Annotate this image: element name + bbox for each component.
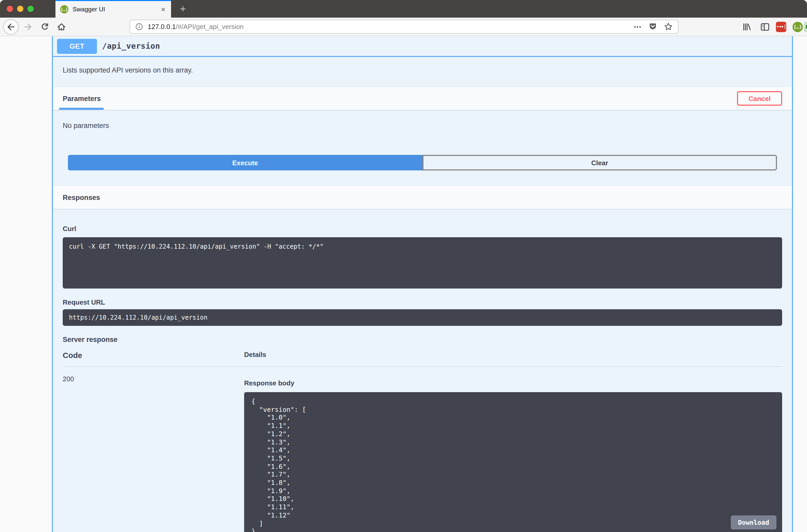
forward-button[interactable] (24, 22, 32, 31)
request-url-value: https://10.224.112.10/api/api_version (63, 309, 782, 326)
reload-button[interactable] (40, 22, 49, 31)
curl-command-block: curl -X GET "https://10.224.112.10/api/a… (63, 237, 782, 288)
code-column-header: Code (63, 351, 244, 360)
back-button[interactable] (3, 19, 19, 35)
download-button[interactable]: Download (731, 515, 776, 529)
navigation-toolbar: 127.0.0.1/#/API/get_api_version (0, 18, 807, 36)
endpoint-description: Lists supported API versions on this arr… (53, 57, 792, 87)
browser-tab-swagger-ui[interactable]: {…} Swagger UI × (55, 0, 171, 18)
browser-window: {…} Swagger UI × + (0, 0, 807, 532)
execute-row: Execute Clear (53, 140, 792, 186)
reload-icon (40, 22, 49, 31)
tab-title: Swagger UI (73, 6, 160, 13)
close-window-button[interactable] (7, 6, 13, 12)
endpoint-path: /api_version (102, 41, 160, 51)
request-url-label: Request URL (63, 298, 782, 306)
parameters-section-header: Parameters Cancel (53, 87, 792, 110)
no-parameters-message: No parameters (63, 122, 109, 130)
bookmark-star-icon[interactable] (664, 22, 673, 31)
sidebars-button[interactable] (760, 22, 770, 31)
responses-body: Curl curl -X GET "https://10.224.112.10/… (53, 209, 792, 532)
swagger-extension-icon[interactable]: {…} (792, 21, 803, 32)
page-actions-icon[interactable] (634, 22, 642, 31)
zoom-window-button[interactable] (27, 6, 34, 12)
opblock-summary[interactable]: GET /api_version (53, 36, 792, 57)
parameters-title: Parameters (63, 95, 101, 102)
forward-arrow-icon (24, 22, 32, 31)
response-row-200: 200 Response body { "version": [ "1.0", … (63, 367, 782, 532)
address-bar[interactable]: 127.0.0.1/#/API/get_api_version (130, 20, 678, 34)
back-arrow-icon (7, 22, 15, 31)
library-button[interactable] (742, 22, 752, 31)
new-tab-button[interactable]: + (174, 0, 192, 18)
server-response-label: Server response (63, 336, 782, 343)
status-code: 200 (63, 367, 244, 532)
curl-label: Curl (63, 209, 782, 233)
window-controls (7, 6, 34, 12)
responses-section-header: Responses (53, 186, 792, 209)
server-response-table: Code Details 200 Response body { "versio… (63, 351, 782, 532)
parameters-body: No parameters (53, 110, 792, 140)
site-info-icon[interactable] (135, 23, 143, 31)
cancel-button[interactable]: Cancel (737, 91, 782, 106)
response-body-json: { "version": [ "1.0", "1.1", "1.2", "1.3… (251, 397, 775, 532)
swagger-favicon-icon: {…} (60, 5, 69, 14)
swagger-page-content: GET /api_version Lists supported API ver… (0, 36, 807, 532)
lastpass-extension-icon[interactable] (776, 21, 786, 32)
active-tab-underline (59, 108, 104, 110)
partial-extension-icon[interactable]: C (804, 22, 807, 32)
close-tab-icon[interactable]: × (160, 5, 166, 14)
library-icon (742, 22, 752, 31)
opblock-get-api-version: GET /api_version Lists supported API ver… (52, 36, 793, 532)
details-column-header: Details (244, 351, 782, 360)
responses-title: Responses (63, 193, 100, 201)
home-icon (57, 22, 66, 31)
method-get-badge: GET (57, 39, 97, 54)
response-body-block: { "version": [ "1.0", "1.1", "1.2", "1.3… (244, 392, 782, 532)
response-table-header: Code Details (63, 351, 782, 360)
execute-button[interactable]: Execute (68, 155, 422, 170)
clear-button[interactable]: Clear (422, 155, 777, 170)
pocket-icon[interactable] (648, 22, 657, 31)
url-host: 127.0.0.1 (148, 23, 176, 31)
sidebar-icon (760, 22, 770, 31)
response-body-label: Response body (244, 367, 782, 387)
home-button[interactable] (57, 22, 66, 31)
url-path: /#/API/get_api_version (176, 23, 244, 31)
minimize-window-button[interactable] (17, 6, 23, 12)
tab-bar: {…} Swagger UI × + (0, 0, 807, 18)
